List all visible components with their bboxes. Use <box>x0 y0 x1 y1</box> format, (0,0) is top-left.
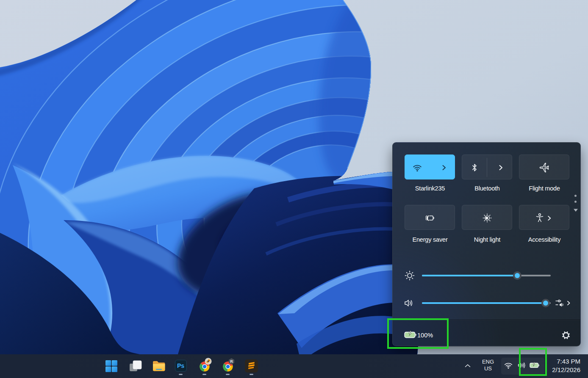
svg-text:R: R <box>230 359 233 364</box>
